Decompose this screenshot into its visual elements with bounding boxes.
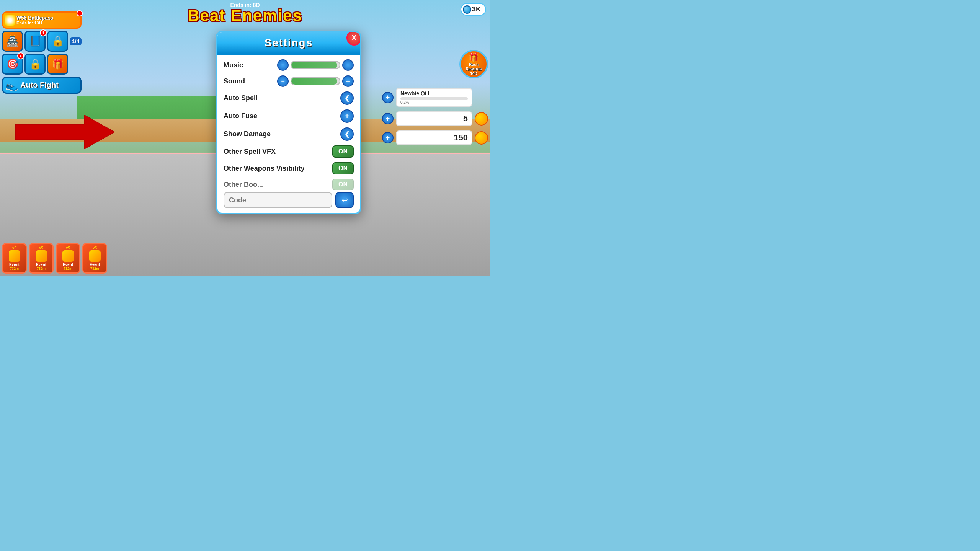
- event-button-3[interactable]: x5 Event 732m: [56, 243, 80, 274]
- spinner-button[interactable]: 🎯 ●: [2, 54, 23, 75]
- gem-icon: [463, 5, 471, 14]
- bar1-plus-button[interactable]: +: [382, 92, 394, 103]
- book-button[interactable]: 📘 1: [24, 31, 46, 52]
- other-weapons-visibility-row: Other Weapons Visibility ON: [224, 162, 354, 174]
- temple-button[interactable]: 🏯: [2, 31, 23, 52]
- sound-slider-track[interactable]: [291, 77, 340, 85]
- bar1-container: Newbie Qi I 0.2%: [396, 88, 472, 107]
- other-weapons-visibility-toggle[interactable]: ON: [332, 162, 354, 174]
- red-arrow: [15, 115, 115, 149]
- event4-badge: x5: [87, 246, 103, 250]
- bar-row-1: + Newbie Qi I 0.2%: [382, 88, 488, 107]
- settings-header: Settings X: [217, 32, 360, 55]
- bar1-progress-track: [400, 97, 468, 100]
- counter-label: 1/4: [70, 37, 82, 45]
- close-button[interactable]: X: [346, 31, 361, 46]
- rush-rewards-timer: 14D: [466, 72, 482, 76]
- event3-icon: [62, 250, 74, 262]
- event4-timer: 732m: [87, 267, 103, 271]
- sound-row: Sound − +: [224, 75, 354, 87]
- bar1-progress-label: 0.2%: [400, 100, 468, 104]
- left-panel: W56 Battlepass Ends in: 13H 🏯 📘 1 🔒 1/4 …: [2, 11, 82, 94]
- other-partial-label: Other Boo...: [224, 181, 263, 189]
- other-partial-row: Other Boo... ON: [224, 179, 354, 190]
- settings-overlay: Settings X Music − + Sound −: [216, 31, 361, 214]
- sound-decrease-button[interactable]: −: [277, 75, 289, 87]
- settings-dialog: Settings X Music − + Sound −: [216, 31, 361, 214]
- rush-rewards-button[interactable]: 🎁 RushRewards 14D: [459, 50, 488, 78]
- other-spell-vfx-toggle[interactable]: ON: [332, 145, 354, 158]
- music-slider-container: − +: [277, 59, 354, 71]
- rush-rewards-area: 🎁 RushRewards 14D: [459, 50, 488, 78]
- show-damage-toggle[interactable]: ❮: [340, 127, 354, 141]
- code-row: ↩: [224, 192, 354, 208]
- event3-label: Event: [60, 262, 76, 267]
- bar2-value: 5: [400, 114, 468, 124]
- settings-title: Settings: [225, 37, 352, 49]
- event4-icon: [89, 250, 101, 262]
- event1-icon: [9, 250, 20, 262]
- auto-spell-toggle[interactable]: ❮: [340, 91, 354, 105]
- icon-row-1: 🏯 📘 1 🔒 1/4: [2, 31, 82, 52]
- svg-marker-0: [15, 115, 115, 149]
- event3-timer: 732m: [60, 267, 76, 271]
- music-row: Music − +: [224, 59, 354, 71]
- battlepass-button[interactable]: W56 Battlepass Ends in: 13H: [2, 11, 82, 29]
- music-slider-track[interactable]: [291, 61, 340, 69]
- battlepass-icon: [5, 15, 15, 26]
- battlepass-title: W56 Battlepass: [16, 15, 77, 21]
- auto-fight-label: Auto Fight: [20, 81, 75, 90]
- chest-button[interactable]: 🎁: [47, 54, 68, 75]
- music-slider-fill: [291, 62, 337, 68]
- event-button-2[interactable]: x5 Event 732m: [29, 243, 54, 274]
- event-button-4[interactable]: x5 Event 732m: [82, 243, 107, 274]
- bar1-title: Newbie Qi I: [400, 90, 468, 96]
- rush-rewards-inner: 🎁 RushRewards 14D: [466, 52, 482, 76]
- music-increase-button[interactable]: +: [342, 59, 354, 71]
- bar3-plus-button[interactable]: +: [382, 132, 394, 143]
- other-partial-toggle[interactable]: ON: [332, 179, 354, 190]
- bottom-events-area: x5 Event 732m x5 Event 732m x5 Event 732…: [2, 243, 107, 274]
- event1-badge: x5: [6, 246, 23, 250]
- gem-counter: 3K: [461, 3, 486, 16]
- event1-label: Event: [6, 262, 23, 267]
- other-spell-vfx-label: Other Spell VFX: [224, 148, 276, 156]
- auto-fight-button[interactable]: 👟 Auto Fight: [2, 77, 82, 94]
- code-input[interactable]: [224, 192, 332, 208]
- music-label: Music: [224, 61, 273, 69]
- auto-spell-row: Auto Spell ❮: [224, 91, 354, 105]
- bar2-plus-button[interactable]: +: [382, 113, 394, 124]
- other-spell-vfx-row: Other Spell VFX ON: [224, 145, 354, 158]
- sound-increase-button[interactable]: +: [342, 75, 354, 87]
- right-bars-area: + Newbie Qi I 0.2% + 5 + 150: [382, 88, 488, 145]
- lock2-button[interactable]: 🔒: [24, 54, 46, 75]
- sound-slider-container: − +: [277, 75, 354, 87]
- sound-label: Sound: [224, 77, 273, 85]
- auto-spell-label: Auto Spell: [224, 94, 273, 102]
- event2-label: Event: [33, 262, 49, 267]
- code-submit-button[interactable]: ↩: [335, 192, 354, 208]
- game-title: Beat Enemies: [188, 7, 302, 25]
- coin-icon-1: [475, 112, 488, 126]
- music-decrease-button[interactable]: −: [277, 59, 289, 71]
- settings-body: Music − + Sound − +: [217, 55, 360, 213]
- bar-row-3: + 150: [382, 130, 488, 145]
- event1-timer: 732m: [6, 267, 23, 271]
- auto-fuse-toggle[interactable]: +: [340, 109, 354, 123]
- lock-button[interactable]: 🔒: [47, 31, 68, 52]
- battlepass-timer: Ends in: 13H: [16, 21, 77, 25]
- book-badge: 1: [40, 29, 47, 36]
- spinner-badge: ●: [17, 52, 24, 59]
- show-damage-row: Show Damage ❮: [224, 127, 354, 141]
- event2-icon: [36, 250, 47, 262]
- rush-rewards-label: RushRewards: [466, 62, 482, 72]
- beat-enemies-title: Ends in: 8D Beat Enemies: [188, 2, 302, 25]
- auto-fuse-row: Auto Fuse +: [224, 109, 354, 123]
- bar2-container: 5: [396, 111, 472, 126]
- event2-timer: 732m: [33, 267, 49, 271]
- event4-label: Event: [87, 262, 103, 267]
- sound-slider-fill: [291, 78, 337, 85]
- event-button-1[interactable]: x5 Event 732m: [2, 243, 27, 274]
- bar3-container: 150: [396, 130, 472, 145]
- show-damage-label: Show Damage: [224, 130, 273, 138]
